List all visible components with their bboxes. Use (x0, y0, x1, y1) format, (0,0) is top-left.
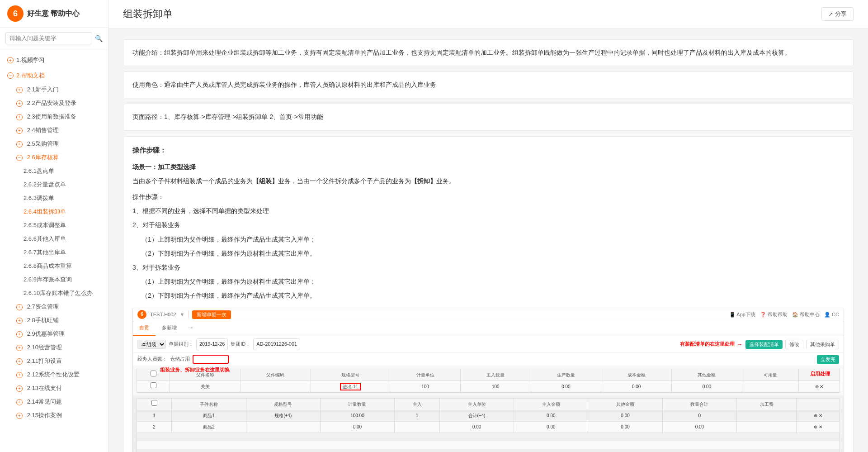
ss-operator-input[interactable] (193, 355, 229, 364)
table-row (137, 433, 840, 441)
path-card: 页面路径：1、库存核算->库存管理->组装拆卸单 2、首页->常用功能 (123, 104, 854, 130)
sidebar-item-help-doc[interactable]: − 2.帮助文档 (0, 68, 108, 83)
ss-col-sub-main: 主入 (395, 399, 440, 410)
ss-row-checkbox[interactable] (151, 382, 156, 388)
ss-cell-select[interactable] (137, 381, 170, 393)
sidebar-item-faq[interactable]: + 2.14常见问题 (0, 395, 108, 409)
ss-icon-cc: 👤 CC (824, 310, 839, 319)
step3-1: （1）上部明细为父件明细，最终作为原材料生成其它出库单； (132, 276, 844, 287)
sidebar-item-partial-count[interactable]: 2.6.2分量盘点单 (0, 178, 108, 191)
nav-section-2: − 2.帮助文档 + 2.1新手入门 + 2.2产品安装及登录 + 2.3使用前… (0, 68, 108, 422)
ss-header-checkbox[interactable] (151, 371, 156, 376)
ss-col-prod-qty: 生产数量 (531, 369, 601, 381)
ss-new-order-btn[interactable]: 新增单据一次 (192, 310, 231, 319)
sidebar-item-print[interactable]: + 2.11打印设置 (0, 354, 108, 368)
sidebar-item-assembly[interactable]: 2.6.4组装拆卸单 (0, 205, 108, 219)
search-input[interactable] (5, 32, 92, 44)
ss-nav-tab-more[interactable]: ··· (183, 321, 200, 336)
sidebar-item-online-pay[interactable]: + 2.13在线支付 (0, 381, 108, 395)
sidebar: 6 好生意 帮助中心 🔍 + 1.视频学习 − 2.帮助文档 + 2.1新手入门 (0, 0, 108, 452)
sidebar-item-install[interactable]: + 2.2产品安装及登录 (0, 96, 108, 110)
ss-lower-area: 子件名称 规格型号 计量数量 主入 主入单位 主入金额 其他金额 数量合计 加工… (133, 395, 844, 452)
sidebar-item-newbie[interactable]: + 2.1新手入门 (0, 83, 108, 96)
ss-cell-unit: 100 (390, 381, 461, 393)
ss-annotation3-text: 启用处理 (810, 371, 830, 376)
ss-upper-table: 父件名称 父件编码 规格型号 计量单位 主入数量 生产数量 成本金额 其他金额 … (137, 369, 840, 393)
logo-icon: 6 (7, 5, 24, 22)
sidebar-item-mobile[interactable]: + 2.8手机旺铺 (0, 314, 108, 327)
ss-annotation2-area: 组装业务、拆卸业务在这里切换 (160, 366, 230, 375)
ss-col-sub-other: 其他金额 (588, 399, 662, 410)
ss-upper-area: 父件名称 父件编码 规格型号 计量单位 主入数量 生产数量 成本金额 其他金额 … (133, 366, 844, 395)
ss-col-avail: 可用量 (742, 369, 798, 381)
sidebar-item-cases[interactable]: + 2.15操作案例 (0, 409, 108, 422)
ss-lower-table-header: 子件名称 规格型号 计量数量 主入 主入单位 主入金额 其他金额 数量合计 加工… (137, 399, 840, 410)
ss-lower-table: 子件名称 规格型号 计量数量 主入 主入单位 主入金额 其他金额 数量合计 加工… (137, 398, 840, 452)
sidebar-item-purchase[interactable]: + 2.5采购管理 (0, 137, 108, 151)
sidebar-item-cost-recalc[interactable]: 2.6.8商品成本重算 (0, 259, 108, 273)
sidebar-item-video[interactable]: + 1.视频学习 (0, 53, 108, 67)
sidebar-sub-sub-items: 2.6.1盘点单 2.6.2分量盘点单 2.6.3调拨单 2.6.4组装拆卸单 … (0, 164, 108, 300)
ss-col-main-qty: 主入数量 (460, 369, 531, 381)
ss-top-icons: 📱 App下载 ❓ 帮助帮助 🏠 帮助中心 👤 CC (729, 310, 839, 319)
ss-other-btn[interactable]: 其他采购单 (806, 340, 839, 349)
page-title: 组装拆卸单 (123, 7, 173, 21)
content-body: 功能介绍：组装拆卸单用来处理企业组装或拆卸等加工业务，支持有固定装配清单的产品加… (108, 29, 868, 452)
minus-icon: − (16, 155, 23, 161)
sidebar-item-other-inbound[interactable]: 2.6.6其他入库单 (0, 232, 108, 246)
ss-col-sub-unit: 主入单位 (439, 399, 514, 410)
ss-complete-btn[interactable]: 立发完 (817, 355, 839, 364)
share-button[interactable]: ↗ 分享 (821, 7, 854, 21)
sidebar-item-transfer[interactable]: 2.6.3调拨单 (0, 191, 108, 205)
ss-nav: 自贡 多新增 ··· (133, 321, 844, 336)
plus-icon: + (16, 100, 23, 107)
sidebar-item-finance[interactable]: + 2.7资金管理 (0, 300, 108, 314)
sidebar-item-customization[interactable]: + 2.12系统个性化设置 (0, 368, 108, 381)
share-icon: ↗ (828, 11, 833, 18)
sidebar-item-inventory-count[interactable]: 2.6.1盘点单 (0, 164, 108, 178)
sidebar-item-cost-adjust[interactable]: 2.6.5成本调整单 (0, 219, 108, 232)
ops-card: 操作步骤： 场景一：加工类型选择 当由多个子件材料组装成一个成品的业务为【组装】… (123, 136, 854, 452)
ss-col-sub-total: 数量合计 (662, 399, 736, 410)
plus-icon: + (16, 141, 23, 147)
ss-type-select[interactable]: 本组装 拆卸单 (137, 340, 166, 349)
ss-col-spec: 规格型号 (311, 369, 390, 381)
ss-divider (188, 311, 189, 318)
sidebar-item-other-outbound[interactable]: 2.6.7其他出库单 (0, 246, 108, 259)
ss-icon-help: ❓ 帮助帮助 (760, 310, 788, 319)
sidebar-item-stock-error[interactable]: 2.6.10库存账本错了怎么办 (0, 286, 108, 300)
step2-2: （2）下部明细为子件明细，最终作为原材料生成其它出库单。 (132, 248, 844, 259)
step3: 3、对于拆装业务 (132, 262, 844, 273)
step2: 2、对于组装业务 (132, 219, 844, 231)
plus-icon: + (16, 114, 23, 120)
ss-company: TEST-H002 (150, 310, 176, 319)
ss-assembly-list-btn[interactable]: 选择装配清单 (745, 340, 783, 349)
ss-nav-tab-new[interactable]: 多新增 (156, 321, 183, 336)
sidebar-item-label: 2.帮助文档 (16, 71, 45, 80)
ss-cell-action: ⊕ ✕ (798, 381, 840, 393)
ss-header-checkbox2[interactable] (151, 400, 157, 406)
sidebar-item-sales[interactable]: + 2.4销售管理 (0, 124, 108, 137)
sidebar-item-stock-query[interactable]: 2.6.9库存账本查询 (0, 273, 108, 286)
ss-topbar: 6 TEST-H002 ▼ 新增单据一次 📱 App下载 ❓ 帮助帮助 🏠 帮助… (133, 308, 844, 321)
sidebar-item-ops[interactable]: + 2.10经营管理 (0, 341, 108, 354)
search-button[interactable]: 🔍 (95, 35, 103, 42)
ss-nav-tab-self[interactable]: 自贡 (133, 321, 156, 336)
scenario1-desc: 当由多个子件材料组装成一个成品的业务为【组装】业务，当由一个父件拆分成多个子产品… (132, 176, 844, 187)
ops-heading: 操作步骤： (132, 144, 844, 156)
plus-icon: + (16, 331, 23, 338)
ss-col-sub-name: 子件名称 (172, 399, 246, 410)
ss-modify-btn[interactable]: 修改 (785, 340, 803, 349)
sidebar-item-coupon[interactable]: + 2.9优惠券管理 (0, 327, 108, 341)
plus-icon: + (16, 87, 23, 93)
ss-cell-main-qty: 100 (460, 381, 531, 393)
ss-col-select2 (137, 399, 172, 410)
sidebar-item-data-prep[interactable]: + 2.3使用前数据准备 (0, 110, 108, 124)
ss-col-sub-process: 加工费 (737, 399, 797, 410)
ss-annotation1-text: 有装配清单的在这里处理 (680, 340, 735, 349)
table-row: 1 商品1 规格(+4) 100.00 1 合计(+4) 0.00 0.00 0 (137, 410, 840, 422)
ss-annotation1-area: 有装配清单的在这里处理 → (680, 339, 743, 350)
table-row (137, 441, 840, 449)
plus-icon: + (16, 372, 23, 378)
sidebar-item-inventory[interactable]: − 2.6库存核算 (0, 151, 108, 164)
